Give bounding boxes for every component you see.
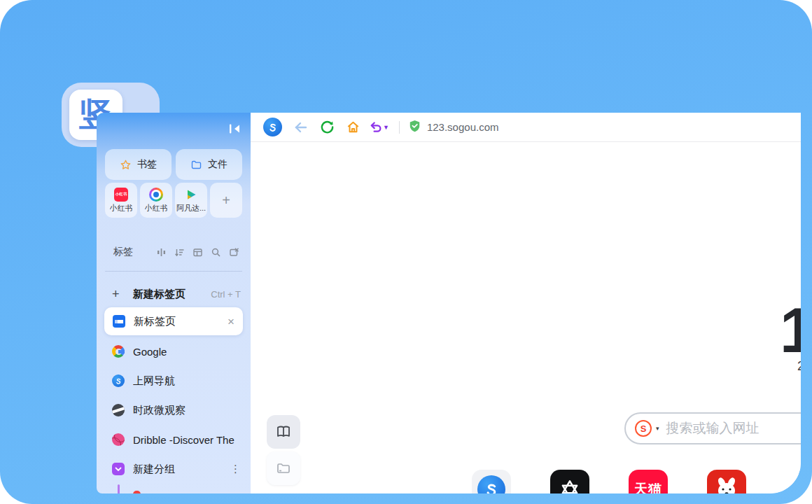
- group-menu-icon[interactable]: ⋮: [230, 463, 241, 475]
- undo-dropdown-icon: ▼: [383, 124, 389, 131]
- search-tabs-icon[interactable]: [210, 246, 221, 258]
- new-tab-button[interactable]: + 新建标签页 Ctrl + T: [112, 285, 241, 303]
- tab-label: 上网导航: [133, 374, 175, 388]
- tencent-video-icon: [184, 188, 198, 202]
- browser-toolbar: ▼ 123.sogou.com: [251, 113, 801, 142]
- collections-button[interactable]: [267, 451, 300, 485]
- active-tab-label: 新标签页: [134, 315, 176, 328]
- tab-grid-icon[interactable]: [192, 246, 203, 258]
- date-partial: 20: [797, 359, 801, 374]
- jd-dog-icon: [713, 475, 741, 493]
- quick-link-jd[interactable]: [707, 470, 746, 493]
- active-tab-new-tab-page[interactable]: 新标签页 ×: [104, 307, 243, 335]
- tab-dribbble[interactable]: Dribble -Discover The: [97, 425, 251, 454]
- bookmark-tile-xiaohongshu-2[interactable]: 小红书: [140, 183, 172, 218]
- sidebar-divider: [105, 271, 242, 272]
- bookmarks-button[interactable]: 书签: [105, 149, 172, 180]
- star-icon: [120, 159, 132, 171]
- tab-label: 时政微观察: [133, 404, 186, 417]
- tabs-section-header: 标签: [113, 244, 239, 260]
- sogou-icon: [112, 374, 125, 387]
- search-engine-icon[interactable]: S: [635, 420, 652, 437]
- bookmark-tile-avatar[interactable]: 阿凡达...: [175, 183, 207, 218]
- sort-tabs-icon[interactable]: [174, 246, 185, 258]
- plus-icon: +: [222, 193, 230, 207]
- grouped-tab-favicon-partial: [133, 491, 141, 493]
- recently-closed-icon[interactable]: [228, 246, 239, 258]
- google-icon: [112, 345, 125, 358]
- browser-window: 书签 文件 小红书 小红书 小红书: [97, 113, 801, 493]
- quick-link-tmall[interactable]: 天猫: [629, 470, 668, 493]
- reading-list-button[interactable]: [267, 415, 300, 449]
- quick-link-chatgpt[interactable]: [550, 470, 589, 493]
- undo-icon: [368, 120, 382, 134]
- tab-news[interactable]: 时政微观察: [97, 396, 251, 425]
- tab-google[interactable]: Google: [97, 337, 251, 366]
- xiaohongshu-icon: 小红书: [114, 188, 128, 202]
- book-icon: [275, 424, 292, 440]
- desktop-background: 竖 书签 文件 小红书 小红书: [0, 0, 812, 504]
- new-tab-shortcut: Ctrl + T: [211, 289, 241, 300]
- plus-icon: +: [112, 288, 125, 300]
- engine-dropdown-icon[interactable]: ▾: [656, 425, 659, 432]
- tmall-icon: 天猫: [634, 480, 662, 493]
- new-tab-page-icon: [113, 315, 125, 328]
- new-tab-page: 1 20 S ▾ 搜索或输入网址 天猫: [251, 142, 801, 493]
- search-input-placeholder: 搜索或输入网址: [666, 419, 760, 438]
- tabs-toolbar: [155, 246, 239, 258]
- toolbar-separator: [399, 121, 400, 134]
- bookmark-tile-label: 阿凡达...: [176, 203, 206, 214]
- clock-partial: 1: [780, 299, 801, 362]
- tab-width-icon[interactable]: [155, 246, 167, 258]
- tabs-section-label: 标签: [113, 246, 133, 258]
- tab-list: Google 上网导航 时政微观察 Dribble -Discover The …: [97, 337, 251, 484]
- quick-link-sogou[interactable]: [472, 470, 511, 493]
- quick-links-row: 天猫: [472, 470, 746, 493]
- engine-letter: S: [640, 424, 647, 433]
- undo-button[interactable]: ▼: [368, 120, 389, 134]
- sogou-browser-icon: [477, 475, 505, 493]
- tab-label: Dribble -Discover The: [133, 434, 234, 446]
- collapse-sidebar-icon[interactable]: [227, 121, 242, 136]
- folder-icon: [190, 159, 202, 171]
- back-icon[interactable]: [290, 117, 312, 138]
- folder-outline-icon: [275, 460, 292, 477]
- news-site-icon: [112, 404, 125, 416]
- files-button-label: 文件: [208, 158, 227, 171]
- bookmark-tile-label: 小红书: [145, 203, 168, 214]
- browser-main: ▼ 123.sogou.com 1 20 S ▾ 搜索或输入网址: [251, 113, 801, 493]
- tab-group-new[interactable]: 新建分组 ⋮: [97, 454, 251, 484]
- site-security-shield-icon[interactable]: [408, 119, 421, 136]
- tab-sogou-navigation[interactable]: 上网导航: [97, 366, 251, 396]
- tab-group-icon: [112, 463, 125, 475]
- dribbble-icon: [112, 433, 125, 446]
- vertical-tab-sidebar: 书签 文件 小红书 小红书 小红书: [97, 113, 251, 493]
- bookmarks-button-label: 书签: [137, 158, 157, 171]
- files-button[interactable]: 文件: [176, 149, 242, 180]
- rainbow-circle-icon: [149, 188, 163, 202]
- bookmark-tile-label: 小红书: [110, 203, 133, 214]
- search-box[interactable]: S ▾ 搜索或输入网址: [624, 412, 801, 444]
- tab-label: 新建分组: [133, 463, 175, 476]
- sogou-logo-icon[interactable]: [263, 118, 282, 136]
- refresh-icon[interactable]: [316, 117, 337, 138]
- tab-label: Google: [133, 346, 167, 358]
- tab-group-indicator-bar: [118, 484, 120, 493]
- bookmark-tile-xiaohongshu[interactable]: 小红书 小红书: [105, 183, 137, 218]
- home-icon[interactable]: [342, 117, 363, 138]
- close-tab-icon[interactable]: ×: [227, 316, 234, 328]
- sidebar-top-buttons: 书签 文件: [105, 149, 242, 180]
- chatgpt-icon: [558, 477, 582, 493]
- address-bar-url[interactable]: 123.sogou.com: [427, 121, 499, 133]
- bookmark-tiles: 小红书 小红书 小红书 阿凡达... +: [105, 183, 242, 218]
- add-bookmark-tile[interactable]: +: [210, 183, 242, 218]
- new-tab-label: 新建标签页: [133, 288, 186, 301]
